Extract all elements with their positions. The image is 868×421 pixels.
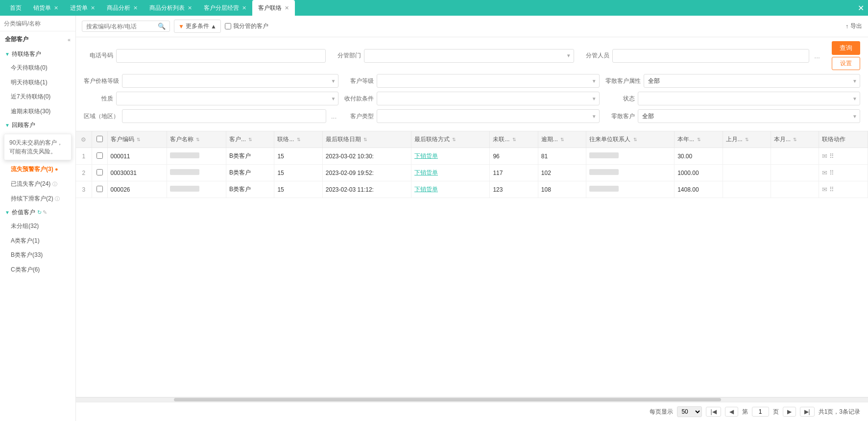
- scroll-thumb[interactable]: [174, 398, 721, 401]
- zero-attr-select[interactable]: 全部: [644, 74, 860, 88]
- phone-input[interactable]: [116, 49, 326, 63]
- zero-attr-label: 零散客户属性: [605, 77, 641, 85]
- first-page-btn[interactable]: |◀: [706, 407, 721, 417]
- search-input[interactable]: [86, 23, 158, 30]
- customer-level-select[interactable]: [377, 74, 599, 88]
- col-contact-count[interactable]: 联络... ⇅: [274, 131, 322, 148]
- tab-close-customer-tier[interactable]: ✕: [242, 5, 246, 11]
- tab-close-sales[interactable]: ✕: [54, 5, 58, 11]
- prev-page-btn[interactable]: ◀: [725, 407, 738, 417]
- sidebar-item-today[interactable]: 今天待联络(0): [0, 61, 75, 75]
- manager-input[interactable]: [612, 49, 810, 63]
- col-uncontacted[interactable]: 未联... ⇅: [490, 131, 538, 148]
- action-message-icon[interactable]: ✉: [822, 186, 827, 193]
- row-this-month: [771, 148, 819, 165]
- region-dots[interactable]: ...: [329, 112, 339, 120]
- row-select-checkbox[interactable]: [96, 152, 103, 159]
- row-last-month: [723, 165, 771, 181]
- col-overdue[interactable]: 逾期... ⇅: [538, 131, 586, 148]
- advanced-filter-panel: 电话号码 分管部门 ▼ 分管人员 ... 查询 设置: [76, 37, 868, 131]
- value-group-refresh-icon[interactable]: ↻: [37, 209, 42, 216]
- col-type[interactable]: 客户... ⇅: [226, 131, 274, 148]
- sidebar-item-unclassified[interactable]: 未分组(32): [0, 219, 75, 234]
- value-group-edit-icon[interactable]: ✎: [43, 209, 47, 216]
- manager-dots[interactable]: ...: [812, 52, 822, 60]
- region-input[interactable]: [122, 109, 326, 123]
- phone-label: 电话号码: [84, 51, 113, 60]
- sidebar-item-class-a[interactable]: A类客户(1): [0, 234, 75, 248]
- action-more-icon[interactable]: ⠿: [829, 152, 834, 160]
- sidebar-collapse-icon[interactable]: «: [68, 37, 71, 43]
- sort-contact-icon: ⇅: [297, 137, 301, 142]
- status-select[interactable]: [638, 92, 860, 105]
- row-this-year: 30.00: [675, 148, 723, 165]
- action-more-icon[interactable]: ⠿: [829, 186, 834, 193]
- dept-select[interactable]: [364, 49, 574, 63]
- sidebar-item-churn-warning[interactable]: 流失预警客户(3) ●: [0, 162, 75, 177]
- sidebar-group-value[interactable]: ▼ 价值客户 ↻ ✎: [0, 206, 75, 219]
- my-customers-checkbox[interactable]: [225, 23, 231, 29]
- tab-home[interactable]: 首页: [4, 0, 27, 16]
- sidebar-item-7days[interactable]: 近7天待联络(0): [0, 90, 75, 104]
- customer-type-select[interactable]: [377, 109, 599, 123]
- zero-customer-select[interactable]: 全部: [638, 109, 860, 123]
- sidebar-item-churned[interactable]: 已流失客户(24) ⓘ: [0, 177, 75, 192]
- row-contact-count: 15: [274, 148, 322, 165]
- sort-this-year-icon: ⇅: [697, 137, 701, 142]
- sidebar-group-pending[interactable]: ▼ 待联络客户: [0, 48, 75, 61]
- tab-purchase[interactable]: 进货单 ✕: [64, 0, 101, 16]
- tab-product-analysis-list[interactable]: 商品分析列表 ✕: [144, 0, 198, 16]
- price-level-select[interactable]: [122, 74, 338, 88]
- price-level-label: 客户价格等级: [84, 77, 119, 85]
- col-code[interactable]: 客户编码 ⇅: [107, 131, 167, 148]
- table-settings-icon[interactable]: ⚙: [81, 136, 86, 143]
- next-page-btn[interactable]: ▶: [783, 407, 796, 417]
- last-page-btn[interactable]: ▶|: [800, 407, 815, 417]
- action-message-icon[interactable]: ✉: [822, 169, 827, 176]
- nature-select[interactable]: [116, 92, 338, 105]
- sidebar-item-class-c[interactable]: C类客户(6): [0, 263, 75, 277]
- page-label: 第: [742, 408, 748, 416]
- sidebar-item-overdue[interactable]: 逾期未联络(30): [0, 104, 75, 119]
- sidebar-item-declining[interactable]: 持续下滑客户(2) ⓘ: [0, 192, 75, 206]
- select-all-checkbox[interactable]: [96, 136, 103, 142]
- more-conditions-btn[interactable]: ▼ 更多条件 ▲: [174, 20, 221, 33]
- tab-close-purchase[interactable]: ✕: [91, 5, 95, 11]
- page-input[interactable]: [752, 407, 769, 417]
- col-last-date[interactable]: 最后联络日期 ⇅: [322, 131, 411, 148]
- col-this-year[interactable]: 本年... ⇅: [675, 131, 723, 148]
- col-last-month[interactable]: 上月... ⇅: [723, 131, 771, 148]
- col-last-method[interactable]: 最后联络方式 ⇅: [411, 131, 490, 148]
- tab-close-product-list[interactable]: ✕: [188, 5, 192, 11]
- tab-sales-order[interactable]: 销货单 ✕: [27, 0, 64, 16]
- sidebar-item-tomorrow[interactable]: 明天待联络(1): [0, 75, 75, 90]
- tab-product-analysis[interactable]: 商品分析 ✕: [101, 0, 144, 16]
- action-message-icon[interactable]: ✉: [822, 152, 827, 160]
- tab-close-customer-contact[interactable]: ✕: [285, 5, 289, 11]
- tab-customer-tier[interactable]: 客户分层经营 ✕: [198, 0, 252, 16]
- payment-select[interactable]: [377, 92, 599, 105]
- col-contact-person[interactable]: 往来单位联系人 ⇅: [586, 131, 675, 148]
- per-page-select[interactable]: 50 100 200: [677, 406, 702, 417]
- query-button[interactable]: 查询: [832, 41, 860, 55]
- tab-close-product-analysis[interactable]: ✕: [133, 5, 138, 11]
- setting-button[interactable]: 设置: [832, 57, 860, 70]
- col-name[interactable]: 客户名称 ⇅: [167, 131, 226, 148]
- sidebar-search-input[interactable]: [4, 20, 76, 27]
- sidebar-item-class-b[interactable]: B类客户(33): [0, 248, 75, 263]
- export-btn[interactable]: ↑ 导出: [845, 22, 862, 30]
- close-window-btn[interactable]: ✕: [858, 3, 864, 13]
- tab-bar: 首页 销货单 ✕ 进货单 ✕ 商品分析 ✕ 商品分析列表 ✕ 客户分层经营 ✕ …: [0, 0, 868, 16]
- action-more-icon[interactable]: ⠿: [829, 169, 834, 176]
- sidebar-group-review[interactable]: ▼ 回顾客户: [0, 119, 75, 132]
- col-this-month[interactable]: 本月... ⇅: [771, 131, 819, 148]
- row-select-checkbox[interactable]: [96, 186, 103, 192]
- zero-customer-select-wrapper: 全部 ▼: [638, 109, 860, 123]
- row-last-month: [723, 148, 771, 165]
- row-select-checkbox[interactable]: [96, 169, 103, 175]
- row-overdue: 102: [538, 165, 586, 181]
- tab-customer-contact[interactable]: 客户联络 ✕: [252, 0, 295, 16]
- sort-code-icon: ⇅: [137, 137, 141, 142]
- search-submit-icon[interactable]: 🔍: [158, 23, 166, 30]
- sidebar-all-customers[interactable]: 全部客户 «: [0, 31, 75, 48]
